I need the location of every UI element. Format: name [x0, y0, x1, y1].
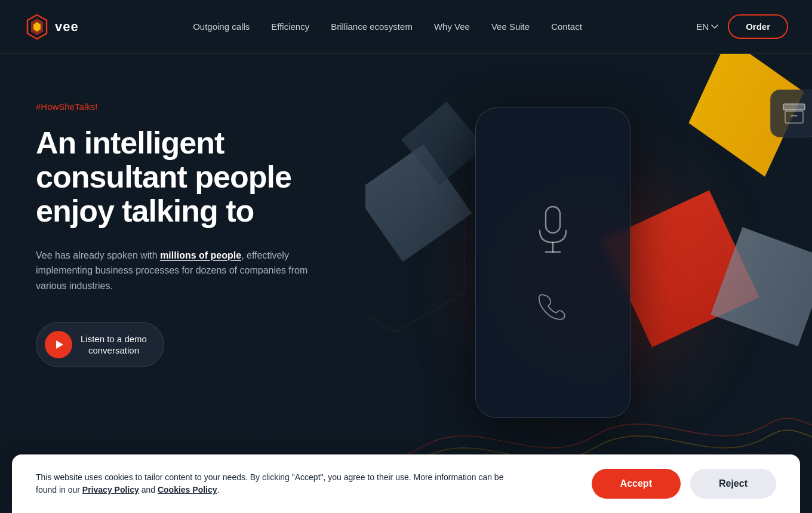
- nav-link-vee-suite[interactable]: Vee Suite: [491, 21, 530, 32]
- nav-link-contact[interactable]: Contact: [551, 21, 582, 32]
- nav-link-outgoing-calls[interactable]: Outgoing calls: [193, 21, 250, 32]
- archive-icon: [780, 99, 808, 128]
- cookie-banner: This website uses cookies to tailor cont…: [12, 454, 800, 508]
- microphone-icon: [535, 204, 571, 258]
- hero-hashtag: #HowSheTalks!: [36, 102, 322, 112]
- logo[interactable]: vee: [24, 14, 79, 40]
- nav-links: Outgoing calls Efficiency Brilliance eco…: [193, 21, 582, 32]
- logo-text: vee: [55, 19, 79, 35]
- hero-description: Vee has already spoken with millions of …: [36, 248, 322, 294]
- nav-link-efficiency[interactable]: Efficiency: [271, 21, 309, 32]
- nav-link-why-vee[interactable]: Why Vee: [434, 21, 470, 32]
- hero-content: #HowSheTalks! An intelligent consultant …: [0, 90, 358, 403]
- phone-content: [535, 204, 571, 321]
- svg-rect-5: [785, 111, 803, 123]
- archive-widget: [770, 90, 812, 137]
- demo-button-text: Listen to a demo conversation: [81, 333, 147, 357]
- hero-visual: [365, 54, 812, 508]
- cookies-policy-link[interactable]: Cookies Policy: [158, 485, 217, 494]
- phone-icon: [538, 291, 568, 321]
- language-selector[interactable]: EN: [696, 21, 718, 32]
- reject-button[interactable]: Reject: [690, 469, 776, 499]
- privacy-policy-link[interactable]: Privacy Policy: [82, 485, 139, 494]
- hero-title: An intelligent consultant people enjoy t…: [36, 126, 322, 229]
- phone-mockup: [475, 107, 630, 418]
- order-button[interactable]: Order: [728, 14, 788, 39]
- navbar: vee Outgoing calls Efficiency Brilliance…: [0, 0, 812, 54]
- nav-right: EN Order: [696, 14, 788, 39]
- accept-button[interactable]: Accept: [592, 469, 681, 499]
- svg-rect-4: [783, 104, 805, 110]
- svg-rect-7: [546, 207, 560, 233]
- hero-section: #HowSheTalks! An intelligent consultant …: [0, 54, 812, 508]
- nav-link-brilliance[interactable]: Brilliance ecosystem: [331, 21, 413, 32]
- demo-button[interactable]: Listen to a demo conversation: [36, 322, 164, 367]
- cookie-buttons: Accept Reject: [592, 469, 776, 499]
- cookie-text: This website uses cookies to tailor cont…: [36, 471, 525, 496]
- play-icon: [54, 339, 64, 350]
- svg-marker-3: [56, 340, 63, 349]
- logo-icon: [24, 14, 50, 40]
- play-icon-circle: [45, 331, 72, 358]
- chevron-down-icon: [711, 23, 718, 30]
